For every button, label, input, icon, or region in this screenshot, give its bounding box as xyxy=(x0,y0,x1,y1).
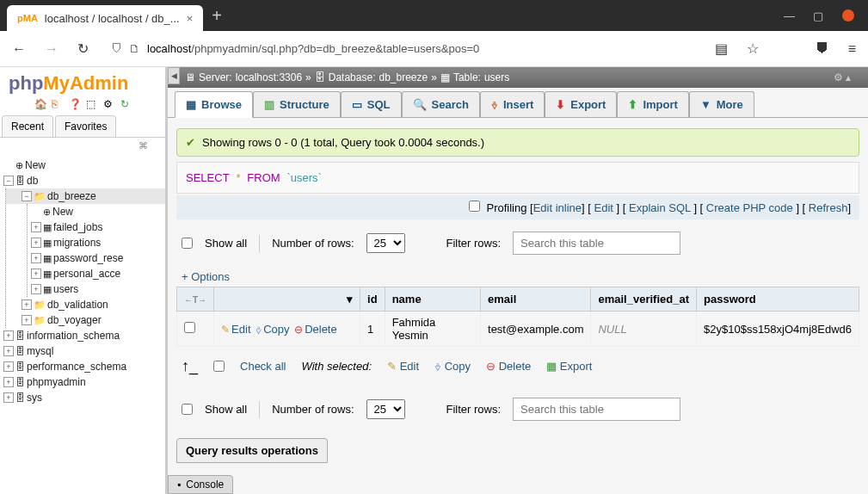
tab-close-icon[interactable]: × xyxy=(187,12,194,25)
explain-sql-link[interactable]: Explain SQL xyxy=(629,201,691,214)
tab-import[interactable]: ⬆Import xyxy=(617,91,688,117)
lock-icon[interactable]: 🗋 xyxy=(129,42,140,55)
expand-icon[interactable]: + xyxy=(31,284,41,294)
tree-performance-schema[interactable]: +🗄performance_schema xyxy=(0,359,165,374)
docs-icon[interactable]: ❓ xyxy=(69,98,81,110)
filter-input[interactable] xyxy=(513,232,680,255)
filter-input-bottom[interactable] xyxy=(513,398,680,421)
window-close-icon[interactable] xyxy=(842,9,854,22)
col-password[interactable]: password xyxy=(697,287,859,312)
expand-icon[interactable]: + xyxy=(31,238,41,248)
tab-export[interactable]: ⬇Export xyxy=(545,91,617,117)
col-id[interactable]: id xyxy=(360,287,385,312)
bulk-export-link[interactable]: Export xyxy=(560,360,593,373)
col-email[interactable]: email xyxy=(481,287,591,312)
expand-icon[interactable]: + xyxy=(3,330,14,341)
tab-structure[interactable]: ▥Structure xyxy=(253,91,341,117)
url-bar[interactable]: ⛉ 🗋 localhost/phpmyadmin/sql.php?db=db_b… xyxy=(104,39,699,59)
reload-button[interactable]: ↻ xyxy=(74,37,92,60)
sidebar-collapse-button[interactable]: ◀ xyxy=(168,67,180,84)
cell-password[interactable]: $2y$10$ss158xjO4mj8Edwd6 xyxy=(697,312,859,347)
favorites-tab[interactable]: Favorites xyxy=(55,115,116,137)
show-all-checkbox[interactable] xyxy=(182,238,193,249)
window-minimize-icon[interactable]: — xyxy=(784,9,796,22)
expand-icon[interactable]: + xyxy=(3,346,14,356)
new-tab-button[interactable]: + xyxy=(203,6,231,26)
create-php-link[interactable]: Create PHP code xyxy=(706,201,793,214)
row-copy-link[interactable]: Copy xyxy=(263,323,289,336)
expand-icon[interactable]: + xyxy=(3,392,14,403)
options-toggle[interactable]: + Options xyxy=(176,267,859,287)
profiling-checkbox[interactable] xyxy=(469,201,480,212)
tree-password-resets[interactable]: +▦password_rese xyxy=(28,250,165,266)
breadcrumb-db[interactable]: db_breeze xyxy=(379,71,428,83)
tree-migrations[interactable]: +▦migrations xyxy=(28,235,165,250)
bookmark-icon[interactable]: ☆ xyxy=(743,37,762,60)
tree-db-validation[interactable]: +📁db_validation xyxy=(6,297,165,312)
tree-users[interactable]: +▦users xyxy=(28,281,165,297)
home-icon[interactable]: 🏠 xyxy=(34,98,46,110)
expand-icon[interactable]: + xyxy=(22,315,32,325)
console-toggle[interactable]: ▪ Console xyxy=(168,475,233,494)
show-all-checkbox-bottom[interactable] xyxy=(182,404,193,415)
tab-insert[interactable]: ⎀Insert xyxy=(480,91,545,117)
reader-icon[interactable]: ▤ xyxy=(711,37,731,60)
edit-inline-link[interactable]: Edit inline xyxy=(533,201,582,214)
expand-icon[interactable]: + xyxy=(22,299,32,310)
tree-information-schema[interactable]: +🗄information_schema xyxy=(0,328,165,343)
refresh-link[interactable]: Refresh xyxy=(809,201,848,214)
settings-icon[interactable]: ⚙ xyxy=(103,98,115,110)
collapse-icon[interactable]: − xyxy=(3,176,14,186)
row-edit-link[interactable]: Edit xyxy=(231,323,250,336)
forward-button[interactable]: → xyxy=(41,38,62,60)
row-checkbox[interactable] xyxy=(184,322,195,333)
tree-personal-access[interactable]: +▦personal_acce xyxy=(28,266,165,281)
tree-phpmyadmin[interactable]: +🗄phpmyadmin xyxy=(0,374,165,390)
tree-new-table[interactable]: ⊕New xyxy=(28,204,165,219)
expand-icon[interactable]: + xyxy=(3,377,14,387)
window-maximize-icon[interactable]: ▢ xyxy=(813,9,825,22)
bulk-copy-link[interactable]: Copy xyxy=(445,360,471,373)
check-all-link[interactable]: Check all xyxy=(240,360,286,373)
cell-verified[interactable]: NULL xyxy=(591,312,697,347)
col-name[interactable]: name xyxy=(385,287,480,312)
tab-more[interactable]: ▼More xyxy=(689,91,754,117)
dropdown-icon[interactable]: ▾ xyxy=(347,293,353,306)
rows-select-bottom[interactable]: 25 xyxy=(366,399,405,419)
tab-browse[interactable]: ▦Browse xyxy=(175,91,253,118)
tab-search[interactable]: 🔍Search xyxy=(402,91,480,117)
pocket-icon[interactable]: ⛊ xyxy=(812,38,833,60)
check-all-checkbox[interactable] xyxy=(213,361,225,372)
tree-db-breeze[interactable]: −📁db_breeze xyxy=(6,188,165,204)
bulk-edit-link[interactable]: Edit xyxy=(400,360,419,373)
cell-email[interactable]: test@example.com xyxy=(481,312,591,347)
row-delete-link[interactable]: Delete xyxy=(305,323,337,336)
page-settings-icon[interactable]: ⚙ ▴ xyxy=(834,71,851,83)
expand-icon[interactable]: + xyxy=(31,253,41,263)
menu-icon[interactable]: ≡ xyxy=(845,38,859,60)
browser-tab[interactable]: pMA localhost / localhost / db_... × xyxy=(7,5,203,31)
cell-name[interactable]: Fahmida Yesmin xyxy=(385,312,480,347)
expand-icon[interactable]: + xyxy=(3,361,14,372)
tree-failed-jobs[interactable]: +▦failed_jobs xyxy=(28,219,165,235)
reload-tree-icon[interactable]: ↻ xyxy=(120,98,132,110)
sort-arrows-icon[interactable]: ←T→ xyxy=(184,295,206,305)
back-button[interactable]: ← xyxy=(9,38,29,60)
collapse-icon[interactable]: − xyxy=(22,191,32,201)
tree-mysql[interactable]: +🗄mysql xyxy=(0,343,165,359)
sql-icon[interactable]: ⬚ xyxy=(86,98,98,110)
link-icon[interactable]: ⌘ xyxy=(0,138,165,154)
tree-db[interactable]: −🗄db xyxy=(0,173,165,188)
expand-icon[interactable]: + xyxy=(31,222,41,232)
cell-id[interactable]: 1 xyxy=(360,312,385,347)
breadcrumb-table[interactable]: users xyxy=(484,71,509,83)
bulk-delete-link[interactable]: Delete xyxy=(499,360,532,373)
tab-sql[interactable]: ▭SQL xyxy=(341,91,402,117)
logout-icon[interactable]: ⎘ xyxy=(52,98,64,110)
tree-sys[interactable]: +🗄sys xyxy=(0,390,165,405)
tree-db-voyager[interactable]: +📁db_voyager xyxy=(6,312,165,328)
edit-sql-link[interactable]: Edit xyxy=(594,201,613,214)
breadcrumb-server[interactable]: localhost:3306 xyxy=(236,71,302,83)
rows-select[interactable]: 25 xyxy=(366,233,405,253)
tree-new[interactable]: ⊕New xyxy=(0,157,165,173)
